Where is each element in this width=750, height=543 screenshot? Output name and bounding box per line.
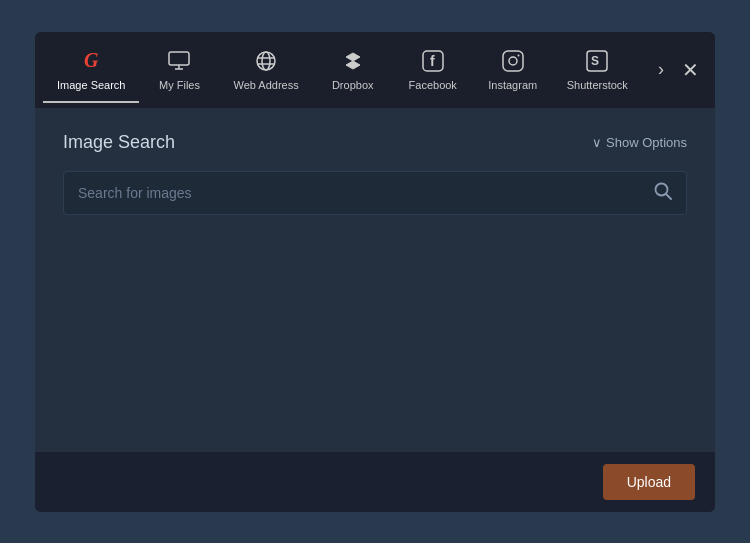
- tabs-next-button[interactable]: ›: [652, 55, 670, 84]
- tab-instagram-label: Instagram: [488, 79, 537, 91]
- tab-web-address-label: Web Address: [233, 79, 298, 91]
- tab-bar: G Image Search My Files: [35, 32, 715, 108]
- content-area: Image Search ∨ Show Options: [35, 108, 715, 452]
- tab-web-address[interactable]: Web Address: [219, 37, 312, 103]
- footer: Upload: [35, 452, 715, 512]
- tab-instagram[interactable]: Instagram: [473, 37, 553, 103]
- svg-rect-0: [169, 52, 189, 65]
- show-options-label: Show Options: [606, 135, 687, 150]
- tab-my-files[interactable]: My Files: [139, 37, 219, 103]
- search-button[interactable]: [640, 172, 686, 214]
- tab-image-search[interactable]: G Image Search: [43, 37, 139, 103]
- search-input[interactable]: [64, 173, 640, 213]
- svg-line-16: [666, 194, 671, 199]
- close-icon: ✕: [682, 58, 699, 82]
- globe-icon: [252, 47, 280, 75]
- dropbox-icon: [339, 47, 367, 75]
- content-header: Image Search ∨ Show Options: [63, 132, 687, 153]
- content-title: Image Search: [63, 132, 175, 153]
- instagram-icon: [499, 47, 527, 75]
- svg-point-3: [257, 52, 275, 70]
- shutterstock-icon: S: [583, 47, 611, 75]
- tab-facebook[interactable]: f Facebook: [393, 37, 473, 103]
- tab-dropbox-label: Dropbox: [332, 79, 374, 91]
- google-icon: G: [77, 47, 105, 75]
- svg-point-12: [517, 54, 519, 56]
- chevron-down-icon: ∨: [592, 135, 602, 150]
- chevron-right-icon: ›: [658, 59, 664, 80]
- tab-shutterstock-label: Shutterstock: [567, 79, 628, 91]
- tab-my-files-label: My Files: [159, 79, 200, 91]
- search-bar: [63, 171, 687, 215]
- svg-text:f: f: [430, 53, 435, 69]
- tabs-container: G Image Search My Files: [43, 37, 652, 103]
- tab-image-search-label: Image Search: [57, 79, 125, 91]
- svg-text:S: S: [591, 54, 599, 68]
- search-icon: [654, 182, 672, 204]
- modal: G Image Search My Files: [35, 32, 715, 512]
- svg-marker-7: [346, 53, 360, 69]
- show-options-button[interactable]: ∨ Show Options: [592, 135, 687, 150]
- svg-rect-10: [503, 51, 523, 71]
- close-button[interactable]: ✕: [674, 54, 707, 86]
- tab-facebook-label: Facebook: [409, 79, 457, 91]
- svg-point-4: [262, 52, 270, 70]
- facebook-icon: f: [419, 47, 447, 75]
- tab-shutterstock[interactable]: S Shutterstock: [553, 37, 642, 103]
- tab-dropbox[interactable]: Dropbox: [313, 37, 393, 103]
- monitor-icon: [165, 47, 193, 75]
- svg-point-11: [509, 57, 517, 65]
- upload-button[interactable]: Upload: [603, 464, 695, 500]
